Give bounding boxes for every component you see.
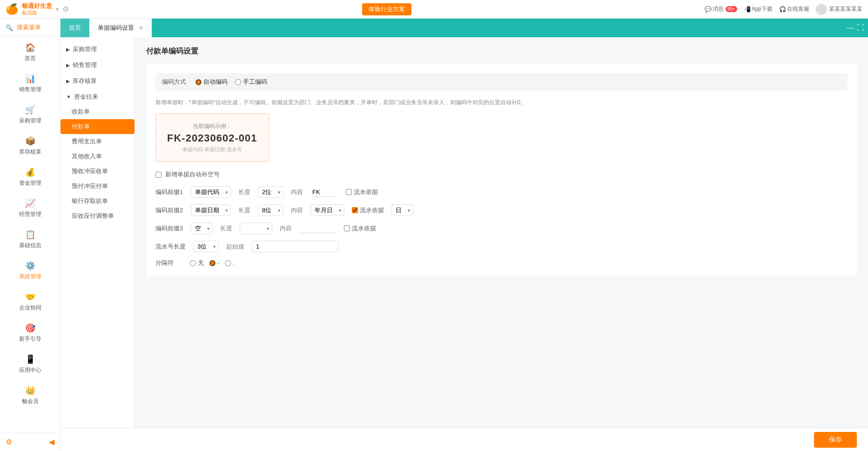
app-download-area[interactable]: 📲 App下载: [744, 5, 773, 13]
sidebar-label-home: 首页: [25, 54, 36, 62]
prefix3-select-wrapper[interactable]: 空: [191, 222, 213, 234]
manual-encode-radio[interactable]: [235, 79, 241, 85]
tab-home[interactable]: 首页: [61, 19, 89, 37]
trial-btn[interactable]: 体验行业方案: [362, 3, 411, 15]
prefix1-select-wrapper[interactable]: 单据代码: [191, 186, 231, 198]
left-nav-item-adjust[interactable]: 应收应付调整单: [61, 209, 135, 223]
preview-code: FK-20230602-001: [167, 132, 257, 144]
left-nav-item-receive[interactable]: 收款单: [61, 104, 135, 119]
sep-none-label: 无: [198, 259, 204, 267]
sidebar-item-basic[interactable]: 📋 基础信息: [0, 224, 60, 255]
user-name: 某某某某某某: [829, 5, 862, 13]
serial-length-wrapper[interactable]: 3位: [193, 241, 219, 252]
left-nav-item-expense[interactable]: 费用支出单: [61, 134, 135, 149]
left-nav-item-bank[interactable]: 银行存取款单: [61, 194, 135, 209]
prefix2-content-wrapper[interactable]: 年月日: [310, 204, 344, 216]
left-nav-item-income[interactable]: 其他收入单: [61, 149, 135, 164]
serial-length-select[interactable]: 3位: [193, 241, 219, 252]
left-nav-sales-title[interactable]: ▶ 销售管理: [61, 58, 135, 73]
sidebar-search[interactable]: 🔍 搜索菜单: [0, 19, 60, 37]
auto-fill-checkbox[interactable]: [155, 172, 161, 178]
prefix2-serial-checkbox-label[interactable]: 流水依据: [352, 206, 384, 215]
main-content: 付款单编码设置 编码方式 自动编码 手工编码: [135, 37, 868, 428]
tab-minimize-icon[interactable]: —: [847, 24, 854, 32]
prefix3-content-input[interactable]: [299, 224, 336, 233]
prefix3-length-wrapper[interactable]: [240, 222, 272, 234]
message-icon: 💬: [705, 6, 712, 13]
app-download-label: App下载: [752, 5, 773, 13]
prefix1-length-select[interactable]: 2位: [258, 186, 283, 198]
sep-dot-radio[interactable]: [225, 260, 231, 266]
settings-icon[interactable]: ⚙: [62, 5, 69, 13]
prefix1-length-wrapper[interactable]: 2位: [258, 186, 283, 198]
prefix3-select[interactable]: 空: [191, 222, 213, 234]
sep-dot-option[interactable]: .: [225, 260, 235, 267]
sep-dash-radio[interactable]: [209, 260, 215, 266]
message-area[interactable]: 💬 消息 99+: [705, 5, 737, 13]
app-version: 标品版: [22, 10, 52, 16]
top-bar-left: 🍊 畅通好生意 标品版 ▾ ⚙: [6, 2, 69, 16]
sep-dash-label: -: [217, 260, 219, 267]
sidebar-item-home[interactable]: 🏠 首页: [0, 37, 60, 68]
separator-row: 分隔符 无 - .: [155, 259, 848, 267]
save-button[interactable]: 保存: [814, 432, 857, 448]
sidebar-item-system[interactable]: ⚙️ 系统管理: [0, 255, 60, 286]
prefix2-unit-wrapper[interactable]: 日: [391, 204, 413, 216]
left-nav-purchase-title[interactable]: ▶ 采购管理: [61, 42, 135, 57]
sep-none-radio[interactable]: [190, 260, 196, 266]
left-nav-item-pre-receive[interactable]: 预收冲应收单: [61, 164, 135, 179]
left-nav-inventory-title[interactable]: ▶ 库存核算: [61, 74, 135, 88]
sidebar-item-enterprise[interactable]: 🤝 企业协同: [0, 286, 60, 317]
prefix2-length-select[interactable]: 8位: [258, 204, 283, 216]
message-label: 消息: [713, 5, 724, 13]
sidebar-label-enterprise: 企业协同: [19, 304, 41, 312]
start-value-input[interactable]: [252, 241, 338, 252]
sep-none-option[interactable]: 无: [190, 259, 204, 267]
sidebar-item-app-center[interactable]: 📱 应用中心: [0, 349, 60, 380]
prefix3-serial-checkbox[interactable]: [344, 225, 350, 231]
sidebar-item-member[interactable]: 👑 畅会员: [0, 380, 60, 411]
prefix2-serial-checkbox[interactable]: [352, 207, 358, 213]
sidebar-item-finance[interactable]: 💰 资金管理: [0, 162, 60, 193]
dropdown-arrow[interactable]: ▾: [56, 6, 59, 13]
sep-radio-group: 无 - .: [190, 259, 235, 267]
left-nav-capital-title[interactable]: ▼ 资金往来: [61, 89, 135, 104]
prefix3-length-select[interactable]: [240, 222, 272, 234]
sidebar-item-sales[interactable]: 📊 销售管理: [0, 68, 60, 99]
sidebar-item-purchase[interactable]: 🛒 采购管理: [0, 99, 60, 130]
sidebar-item-guide[interactable]: 🎯 新手引导: [0, 317, 60, 349]
prefix2-select-wrapper[interactable]: 单据日期: [191, 204, 231, 216]
tab-encode-setting-label: 单据编码设置: [98, 24, 134, 32]
sidebar-label-system: 系统管理: [19, 273, 41, 281]
left-nav-item-pay[interactable]: 付款单: [61, 119, 135, 134]
search-label: 搜索菜单: [17, 23, 41, 32]
prefix1-select[interactable]: 单据代码: [191, 186, 231, 198]
tab-close-icon[interactable]: ✕: [139, 25, 143, 31]
prefix2-select[interactable]: 单据日期: [191, 204, 231, 216]
manual-encode-option[interactable]: 手工编码: [235, 78, 267, 86]
user-avatar: [816, 4, 827, 15]
sidebar-item-operation[interactable]: 📈 经营管理: [0, 193, 60, 224]
auto-encode-option[interactable]: 自动编码: [195, 78, 228, 86]
sidebar-label-inventory: 库存核算: [19, 148, 41, 156]
prefix2-length-wrapper[interactable]: 8位: [258, 204, 283, 216]
prefix1-serial-checkbox[interactable]: [346, 189, 352, 195]
user-area[interactable]: 某某某某某某: [816, 4, 862, 15]
prefix2-unit-select[interactable]: 日: [391, 204, 413, 216]
sidebar-item-inventory[interactable]: 📦 库存核算: [0, 130, 60, 162]
prefix2-content-select[interactable]: 年月日: [310, 204, 344, 216]
left-nav-item-pre-pay[interactable]: 预付冲应付单: [61, 179, 135, 194]
settings-footer-icon[interactable]: ⚙: [6, 438, 12, 446]
prefix1-serial-checkbox-label[interactable]: 流水依据: [346, 188, 378, 196]
tab-encode-setting[interactable]: 单据编码设置 ✕: [89, 19, 152, 37]
collapse-icon[interactable]: ◀: [49, 438, 54, 446]
prefix1-content-input[interactable]: [310, 188, 338, 197]
basic-icon: 📋: [25, 229, 35, 240]
tab-maximize-icon[interactable]: ⛶: [857, 24, 864, 32]
app-center-icon: 📱: [25, 354, 35, 364]
online-service-area[interactable]: 🎧 在线客服: [779, 5, 809, 13]
prefix3-serial-checkbox-label[interactable]: 流水依据: [344, 224, 376, 233]
search-icon: 🔍: [6, 24, 13, 31]
sep-dash-option[interactable]: -: [209, 260, 219, 267]
auto-encode-radio[interactable]: [195, 79, 202, 85]
